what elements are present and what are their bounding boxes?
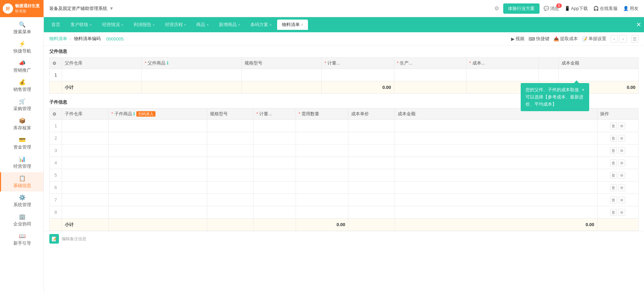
child-spec-cell[interactable] xyxy=(207,132,253,144)
close-all-tabs-icon[interactable]: ✕ xyxy=(636,21,641,28)
child-col-settings[interactable]: ⚙ xyxy=(50,108,62,120)
delete-row-button[interactable]: 🗑 xyxy=(610,122,617,129)
tab-new-goods[interactable]: 新增商品 × xyxy=(214,20,245,30)
child-needed-qty-cell[interactable] xyxy=(296,194,348,206)
copy-row-button[interactable]: ⊕ xyxy=(618,147,625,154)
tab-goods[interactable]: 商品 × xyxy=(191,20,213,30)
delete-row-button[interactable]: 🗑 xyxy=(610,160,617,166)
copy-row-button[interactable]: ⊕ xyxy=(618,160,625,166)
parent-quantity-cell[interactable] xyxy=(322,69,394,81)
tab-profit[interactable]: 利润报告 × xyxy=(129,20,160,30)
child-unit-cost-cell[interactable] xyxy=(348,182,395,194)
child-quantity-unit-cell[interactable] xyxy=(253,206,296,219)
video-link[interactable]: ▶ 视频 xyxy=(511,36,524,42)
copy-row-button[interactable]: ⊕ xyxy=(618,172,625,179)
prev-arrow-button[interactable]: ‹ xyxy=(610,35,618,43)
child-needed-qty-cell[interactable] xyxy=(296,132,348,144)
shortcut-link[interactable]: ⌨ 快捷键 xyxy=(529,36,549,42)
child-quantity-unit-cell[interactable] xyxy=(253,169,296,182)
tab-operations-close-icon[interactable]: × xyxy=(121,23,123,27)
child-needed-qty-cell[interactable] xyxy=(296,206,348,219)
child-goods-cell[interactable] xyxy=(108,132,207,144)
tab-customer-close-icon[interactable]: × xyxy=(90,23,92,27)
child-unit-cost-cell[interactable] xyxy=(348,144,395,157)
delete-row-button[interactable]: 🗑 xyxy=(610,197,617,203)
sidebar-item-search[interactable]: 🔍 搜索菜单 xyxy=(0,19,44,38)
child-goods-cell[interactable] xyxy=(108,169,207,182)
sidebar-item-guide[interactable]: 📖 新手引导 xyxy=(0,230,44,249)
view-list-button[interactable]: ☰ xyxy=(631,35,639,43)
child-spec-cell[interactable] xyxy=(207,194,253,206)
child-warehouse-cell[interactable] xyxy=(62,206,109,219)
user-menu-button[interactable]: 👤 用友 xyxy=(623,5,639,12)
child-needed-qty-cell[interactable] xyxy=(296,169,348,182)
scan-badge[interactable]: 扫码录入 xyxy=(136,111,156,117)
parent-goods-cell[interactable] xyxy=(142,69,242,81)
child-needed-qty-cell[interactable] xyxy=(296,182,348,194)
child-unit-cost-cell[interactable] xyxy=(348,206,395,219)
tab-home[interactable]: 首页 xyxy=(47,20,65,30)
child-unit-cost-cell[interactable] xyxy=(348,132,395,144)
tab-operations[interactable]: 经营情况 × xyxy=(97,20,128,30)
tooltip-close-button[interactable]: × xyxy=(582,86,584,94)
child-unit-cost-cell[interactable] xyxy=(348,194,395,206)
next-arrow-button[interactable]: › xyxy=(619,35,627,43)
sidebar-item-finance[interactable]: 💳 资金管理 xyxy=(0,134,44,153)
child-spec-cell[interactable] xyxy=(207,206,253,219)
sidebar-item-system[interactable]: ⚙️ 系统管理 xyxy=(0,191,44,211)
sidebar-item-marketing[interactable]: 📣 营销推广 xyxy=(0,57,44,76)
child-goods-cell[interactable] xyxy=(108,194,207,206)
single-settings-link[interactable]: 📝 单据设置 xyxy=(582,36,606,42)
child-goods-cell[interactable] xyxy=(108,120,207,132)
child-needed-qty-cell[interactable] xyxy=(296,144,348,157)
child-needed-qty-cell[interactable] xyxy=(296,157,348,169)
parent-production-cell[interactable] xyxy=(394,69,466,81)
sidebar-item-enterprise[interactable]: 🏢 企业协同 xyxy=(0,211,44,230)
message-button[interactable]: 💬 消息 6 xyxy=(544,5,559,12)
child-unit-cost-cell[interactable] xyxy=(348,169,395,182)
settings-gear-icon[interactable]: ⚙ xyxy=(494,5,499,12)
child-spec-cell[interactable] xyxy=(207,157,253,169)
child-quantity-unit-cell[interactable] xyxy=(253,144,296,157)
child-spec-cell[interactable] xyxy=(207,182,253,194)
tab-history[interactable]: 经营历程 × xyxy=(160,20,191,30)
tab-profit-close-icon[interactable]: × xyxy=(153,23,155,27)
child-warehouse-cell[interactable] xyxy=(62,194,109,206)
delete-row-button[interactable]: 🗑 xyxy=(610,147,617,154)
tab-new-goods-close-icon[interactable]: × xyxy=(238,23,240,27)
delete-row-button[interactable]: 🗑 xyxy=(610,184,617,191)
child-unit-cost-cell[interactable] xyxy=(348,120,395,132)
child-quantity-unit-cell[interactable] xyxy=(253,120,296,132)
delete-row-button[interactable]: 🗑 xyxy=(610,172,617,179)
parent-cost-cell[interactable] xyxy=(466,69,538,81)
tab-bom[interactable]: 物料清单 × xyxy=(277,20,308,30)
sidebar-item-purchase[interactable]: 🛒 采购管理 xyxy=(0,95,44,115)
sidebar-item-inventory[interactable]: 📦 库存核算 xyxy=(0,115,44,134)
tab-barcode-close-icon[interactable]: × xyxy=(270,23,272,27)
child-unit-cost-cell[interactable] xyxy=(348,157,395,169)
parent-warehouse-cell[interactable] xyxy=(62,69,142,81)
breadcrumb-parent[interactable]: 物料清单 xyxy=(49,36,67,42)
extract-cost-link[interactable]: 📥 提取成本 xyxy=(554,36,578,42)
tab-bom-close-icon[interactable]: × xyxy=(301,23,303,27)
delete-row-button[interactable]: 🗑 xyxy=(610,135,617,142)
copy-row-button[interactable]: ⊕ xyxy=(618,209,625,216)
tab-barcode[interactable]: 条码方案 × xyxy=(246,20,276,30)
app-download-button[interactable]: 📱 App下载 xyxy=(565,5,588,12)
child-quantity-unit-cell[interactable] xyxy=(253,194,296,206)
child-warehouse-cell[interactable] xyxy=(62,157,109,169)
child-quantity-unit-cell[interactable] xyxy=(253,182,296,194)
child-goods-cell[interactable] xyxy=(108,144,207,157)
parent-spec-cell[interactable] xyxy=(242,69,321,81)
child-quantity-unit-cell[interactable] xyxy=(253,132,296,144)
delete-row-button[interactable]: 🗑 xyxy=(610,209,617,216)
online-support-button[interactable]: 🎧 在线客服 xyxy=(593,5,618,12)
tab-history-close-icon[interactable]: × xyxy=(184,23,186,27)
child-quantity-unit-cell[interactable] xyxy=(253,157,296,169)
child-goods-cell[interactable] xyxy=(108,206,207,219)
copy-row-button[interactable]: ⊕ xyxy=(618,197,625,203)
child-warehouse-cell[interactable] xyxy=(62,169,109,182)
tab-goods-close-icon[interactable]: × xyxy=(207,23,209,27)
child-warehouse-cell[interactable] xyxy=(62,120,109,132)
child-spec-cell[interactable] xyxy=(207,144,253,157)
